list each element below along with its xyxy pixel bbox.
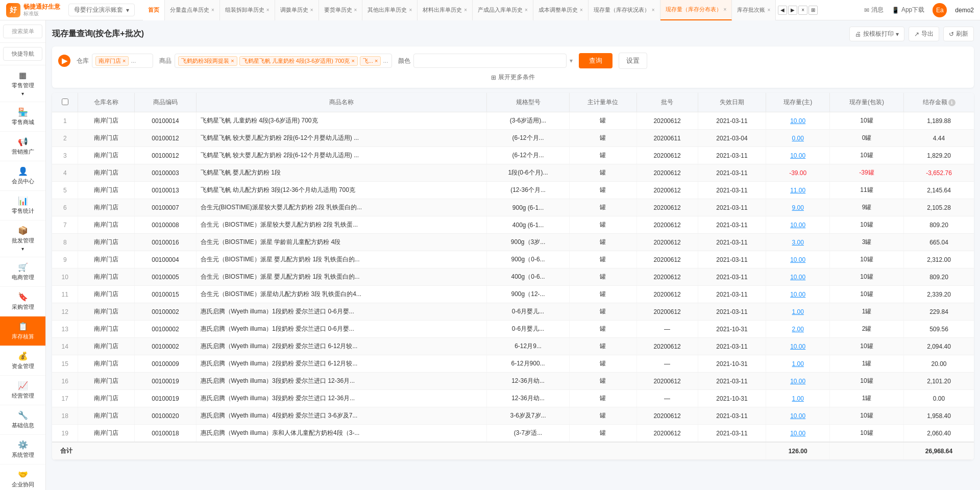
cell-qty-main[interactable]: 1.00 — [766, 303, 830, 321]
product-tag-1[interactable]: 飞鹤奶粉3段两提装 × — [178, 56, 237, 66]
sidebar-item-retail-store[interactable]: 🏪 零售商城 — [0, 102, 45, 132]
cell-qty-main[interactable]: 10.00 — [766, 112, 830, 130]
cell-qty-main[interactable]: 10.00 — [766, 268, 830, 286]
quick-nav-btn[interactable]: 快捷导航 — [3, 47, 42, 61]
cell-qty-main[interactable]: 10.00 — [766, 425, 830, 443]
tag-close-icon[interactable]: × — [122, 58, 126, 64]
close-icon[interactable]: × — [724, 7, 727, 12]
tab-xianzai1[interactable]: 现存量（库存状况表） × — [589, 0, 660, 20]
sidebar-item-operation[interactable]: 📈 经营管理 — [0, 376, 45, 405]
close-icon[interactable]: × — [767, 7, 770, 13]
filter-toggle-btn[interactable]: ▶ — [58, 55, 70, 67]
template-print-btn[interactable]: 🖨 按模板打印 ▾ — [849, 27, 904, 41]
tab-close-btn[interactable]: × — [798, 6, 807, 15]
tab-next-btn[interactable]: ▶ — [788, 6, 797, 15]
message-btn[interactable]: ✉ 消息 — [864, 6, 884, 14]
tab-pici[interactable]: 库存批次账 × — [732, 0, 776, 20]
cell-qty-main[interactable]: 0.00 — [766, 130, 830, 147]
tab-fenqi[interactable]: 分量盘点单历史 × — [165, 0, 220, 20]
sidebar-item-marketing[interactable]: 📢 营销推广 — [0, 132, 45, 161]
tag-close-icon[interactable]: × — [375, 58, 378, 64]
tab-more-btn[interactable]: ⊞ — [808, 6, 818, 15]
sidebar-item-system[interactable]: ⚙️ 系统管理 — [0, 435, 45, 464]
cell-qty-main[interactable]: 10.00 — [766, 338, 830, 355]
warehouse-filter-tags[interactable]: 南岸门店 × ... — [92, 54, 153, 68]
sidebar-item-basic[interactable]: 🔧 基础信息 — [0, 405, 45, 435]
cell-index: 13 — [52, 321, 78, 338]
cell-qty-main[interactable]: 10.00 — [766, 216, 830, 234]
warehouse-tag[interactable]: 南岸门店 × — [95, 56, 129, 66]
sidebar-item-purchase[interactable]: 🔖 采购管理 — [0, 287, 45, 316]
warehouse-selector[interactable]: 母婴行业演示账套 ▾ — [68, 4, 135, 16]
product-filter-tags[interactable]: 飞鹤奶粉3段两提装 × 飞鹤星飞帆 儿童奶粉 4段(3-6岁适用) 700克 ×… — [175, 54, 392, 68]
cell-qty-main[interactable]: 10.00 — [766, 147, 830, 164]
filter-dots[interactable]: ... — [383, 57, 388, 64]
cell-qty-main[interactable]: 10.00 — [766, 286, 830, 303]
close-icon[interactable]: × — [211, 7, 214, 13]
cell-qty-main[interactable]: 10.00 — [766, 251, 830, 268]
cell-qty-main[interactable]: 10.00 — [766, 407, 830, 425]
table-row: 18 南岸门店 00100020 惠氏启腾（Wyeth illuma）4段奶粉 … — [52, 407, 974, 425]
product-tag-3[interactable]: 飞... × — [360, 56, 381, 66]
sidebar-item-retail-stats[interactable]: 📊 零售统计 — [0, 191, 45, 220]
cell-qty-main[interactable]: 11.00 — [766, 182, 830, 199]
close-icon[interactable]: × — [409, 7, 412, 13]
search-btn[interactable]: 查询 — [579, 53, 612, 68]
sidebar-item-enterprise[interactable]: 🤝 企业协同 — [0, 464, 45, 490]
settings-btn[interactable]: 设置 — [619, 53, 647, 69]
close-icon[interactable]: × — [580, 7, 583, 13]
tab-chengben[interactable]: 成本调整单历史 × — [533, 0, 589, 20]
expand-filter-btn[interactable]: ⊞ 展开更多条件 — [58, 73, 968, 82]
cell-qty-main[interactable]: 3.00 — [766, 234, 830, 251]
tab-chanjin[interactable]: 产成品入库单历史 × — [473, 0, 533, 20]
cell-warehouse: 南岸门店 — [78, 321, 135, 338]
table-body: 1 南岸门店 00100014 飞鹤星飞帆 儿童奶粉 4段(3-6岁适用) 70… — [52, 112, 974, 443]
tab-xianzai2[interactable]: 现存量（库存分布表） × — [660, 0, 732, 20]
cell-qty-pkg: 3罐 — [830, 234, 904, 251]
close-icon[interactable]: × — [266, 7, 270, 13]
app-download-btn[interactable]: 📱 App下载 — [892, 6, 924, 14]
close-icon[interactable]: × — [464, 7, 467, 13]
sidebar-item-ecommerce[interactable]: 🛒 电商管理 — [0, 257, 45, 287]
sidebar-item-member[interactable]: 👤 会员中心 — [0, 161, 45, 191]
tag-close-icon[interactable]: × — [351, 58, 354, 64]
tab-qita[interactable]: 其他出库单历史 × — [362, 0, 418, 20]
cell-code: 00100012 — [135, 147, 196, 164]
product-tag-2[interactable]: 飞鹤星飞帆 儿童奶粉 4段(3-6岁适用) 700克 × — [239, 56, 358, 66]
sidebar-item-inventory[interactable]: 📋 库存核算 — [0, 316, 45, 346]
close-icon[interactable]: × — [354, 7, 357, 13]
tab-prev-btn[interactable]: ◀ — [778, 6, 787, 15]
cell-qty-main[interactable]: 1.00 — [766, 355, 830, 373]
cell-name: 惠氏启腾（Wyeth illuma）3段奶粉 爱尔兰进口 12-36月... — [196, 373, 486, 390]
close-icon[interactable]: × — [310, 7, 313, 13]
cell-qty-main[interactable]: 2.00 — [766, 321, 830, 338]
search-menu-btn[interactable]: 搜索菜单 — [3, 24, 42, 38]
cell-warehouse: 南岸门店 — [78, 251, 135, 268]
cell-name: 合生元（BIOSTIME）派星 学龄前儿童配方奶粉 4段 — [196, 234, 486, 251]
select-all-checkbox[interactable] — [62, 99, 68, 105]
filter-dots[interactable]: ... — [131, 57, 136, 64]
close-icon[interactable]: × — [652, 7, 655, 13]
cell-spec: 400g（0-6... — [486, 268, 569, 286]
info-icon[interactable]: ℹ — [948, 99, 955, 106]
tag-close-icon[interactable]: × — [231, 58, 234, 64]
cell-qty-main[interactable]: -39.00 — [766, 164, 830, 182]
tab-tiaobo[interactable]: 调拨单历史 × — [275, 0, 319, 20]
cell-qty-main[interactable]: 9.00 — [766, 199, 830, 216]
sidebar-item-retail-mgmt[interactable]: ▦ 零售管理 ▾ — [0, 65, 45, 102]
tab-yaohe[interactable]: 要货单历史 × — [319, 0, 363, 20]
sidebar-item-finance[interactable]: 💰 资金管理 — [0, 346, 45, 376]
cell-qty-main[interactable]: 1.00 — [766, 390, 830, 407]
cell-name: 惠氏启腾（Wyeth illuma）亲和人体儿童配方奶粉4段（3-... — [196, 425, 486, 443]
close-icon[interactable]: × — [525, 7, 528, 13]
cell-warehouse: 南岸门店 — [78, 216, 135, 234]
tab-home[interactable]: 首页 — [143, 0, 165, 20]
cell-qty-main[interactable]: 10.00 — [766, 373, 830, 390]
color-select[interactable] — [413, 54, 567, 68]
export-btn[interactable]: ↗ 导出 — [909, 27, 939, 41]
tab-cailiao[interactable]: 材料出库单历史 × — [418, 0, 473, 20]
tab-zuhe[interactable]: 组装拆卸单历史 × — [220, 0, 275, 20]
refresh-btn[interactable]: ↺ 刷新 — [943, 27, 974, 41]
username-label[interactable]: demo2 — [955, 7, 974, 14]
sidebar-item-wholesale[interactable]: 📦 批发管理 ▾ — [0, 220, 45, 257]
